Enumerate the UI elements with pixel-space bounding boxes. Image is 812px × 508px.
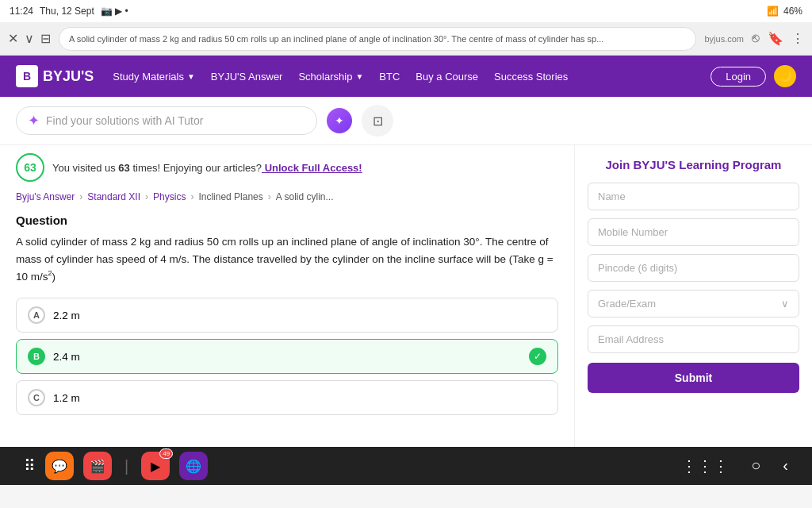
breadcrumb: Byju's Answer › Standard XII › Physics ›… — [16, 191, 558, 202]
scholarship-arrow: ▼ — [355, 72, 363, 81]
option-a-text: 2.2 m — [53, 310, 80, 321]
breadcrumb-item-0[interactable]: Byju's Answer — [16, 191, 75, 202]
site-header: B BYJU'S Study Materials ▼ BYJU'S Answer… — [0, 56, 812, 97]
logo-letter: B — [23, 70, 31, 83]
bookmark-icon[interactable]: 🔖 — [768, 31, 783, 46]
visit-count-badge: 63 — [16, 153, 44, 182]
option-b-checkmark: ✓ — [529, 348, 546, 365]
popcorn-app[interactable]: 🎬 — [83, 452, 112, 480]
unlock-link[interactable]: Unlock Full Access! — [262, 162, 362, 174]
question-label: Question — [16, 214, 558, 227]
grid-icon[interactable]: ⠿ — [24, 456, 36, 475]
option-a-circle: A — [28, 306, 45, 324]
email-input[interactable] — [588, 325, 799, 353]
option-c[interactable]: C 1.2 m — [16, 380, 558, 415]
option-b-text: 2.4 m — [53, 351, 80, 363]
breadcrumb-item-4: A solid cylin... — [276, 191, 334, 202]
option-b-circle: B — [28, 348, 45, 365]
breadcrumb-sep-0: › — [79, 191, 82, 202]
youtube-icon: ▶ — [151, 459, 160, 474]
chevron-down-icon[interactable]: ∨ — [25, 31, 34, 46]
nav-links: Study Materials ▼ BYJU'S Answer Scholars… — [113, 71, 691, 83]
status-icons: 📷 ▶ • — [101, 6, 128, 17]
moon-icon: 🌙 — [779, 70, 792, 83]
join-title: Join BYJU'S Learning Program — [588, 158, 799, 171]
logo-box: B — [16, 65, 38, 87]
scan-icon: ⊡ — [373, 114, 383, 129]
logo[interactable]: B BYJU'S — [16, 65, 94, 87]
mobile-input[interactable] — [588, 218, 799, 246]
search-bar-area: ✦ Find your solutions with AI Tutor ✦ ⊡ — [0, 97, 812, 145]
visit-text: You visited us 63 times! Enjoying our ar… — [52, 162, 362, 174]
menu-icon[interactable]: ⋮⋮⋮ — [681, 456, 729, 475]
option-c-text: 1.2 m — [53, 392, 80, 404]
tabs-icon[interactable]: ⊟ — [40, 31, 51, 46]
search-box[interactable]: ✦ Find your solutions with AI Tutor — [16, 106, 317, 135]
wifi-icon: 📶 — [767, 6, 779, 17]
option-a[interactable]: A 2.2 m — [16, 298, 558, 333]
url-text: A solid cylinder of mass 2 kg and radius… — [69, 34, 686, 44]
close-icon[interactable]: ✕ — [8, 31, 18, 46]
header-right: Login 🌙 — [710, 65, 796, 87]
breadcrumb-item-3: Inclined Planes — [198, 191, 262, 202]
breadcrumb-sep-3: › — [268, 191, 271, 202]
nav-buy-course[interactable]: Buy a Course — [416, 71, 478, 83]
chevron-down-icon: ∨ — [781, 298, 789, 310]
url-bar[interactable]: A solid cylinder of mass 2 kg and radius… — [59, 27, 696, 51]
search-btn-icon: ✦ — [335, 114, 344, 127]
visit-text-before: You visited us — [52, 162, 118, 174]
browser-nav[interactable]: ✕ ∨ ⊟ — [8, 31, 51, 46]
status-left: 11:24 Thu, 12 Sept 📷 ▶ • — [10, 6, 128, 17]
visit-count-text: 63 — [118, 162, 129, 174]
option-c-circle: C — [28, 389, 45, 406]
messenger-app[interactable]: 💬 — [45, 452, 74, 480]
theme-toggle[interactable]: 🌙 — [774, 65, 796, 87]
youtube-badge: 49 — [159, 448, 173, 459]
breadcrumb-item-2[interactable]: Physics — [153, 191, 186, 202]
home-circle-icon[interactable]: ○ — [751, 456, 760, 475]
breadcrumb-item-1[interactable]: Standard XII — [87, 191, 140, 202]
status-bar: 11:24 Thu, 12 Sept 📷 ▶ • 📶 46% — [0, 0, 812, 22]
breadcrumb-sep-1: › — [145, 191, 148, 202]
logo-text: BYJU'S — [43, 68, 94, 85]
bottom-bar: ⠿ 💬 🎬 | ▶ 49 🌐 ⋮⋮⋮ ○ ‹ — [0, 447, 812, 485]
breadcrumb-sep-2: › — [190, 191, 193, 202]
status-time: 11:24 — [10, 6, 33, 17]
visit-text-after: times! Enjoying our articles? — [130, 162, 262, 174]
question-text: A solid cylinder of mass 2 kg and radius… — [16, 233, 558, 285]
battery-text: 46% — [783, 6, 802, 17]
bottom-nav: ⋮⋮⋮ ○ ‹ — [681, 456, 788, 475]
status-date: Thu, 12 Sept — [40, 6, 94, 17]
share-icon[interactable]: ⎋ — [752, 31, 760, 46]
messenger-icon: 💬 — [52, 459, 67, 474]
back-icon[interactable]: ‹ — [783, 456, 788, 475]
name-input[interactable] — [588, 183, 799, 210]
grade-dropdown[interactable]: Grade/Exam ∨ — [588, 290, 799, 318]
study-materials-arrow: ▼ — [187, 72, 195, 81]
world-icon: 🌐 — [186, 459, 201, 474]
visit-banner: 63 You visited us 63 times! Enjoying our… — [16, 153, 558, 182]
search-placeholder: Find your solutions with AI Tutor — [46, 114, 305, 127]
login-button[interactable]: Login — [710, 67, 766, 87]
nav-byjus-answer[interactable]: BYJU'S Answer — [211, 71, 283, 83]
search-button[interactable]: ✦ — [327, 108, 352, 133]
browser-bar: ✕ ∨ ⊟ A solid cylinder of mass 2 kg and … — [0, 22, 812, 56]
browser-actions[interactable]: ⎋ 🔖 ⋮ — [752, 31, 804, 46]
join-panel: Join BYJU'S Learning Program Grade/Exam … — [574, 145, 812, 447]
submit-button[interactable]: Submit — [588, 363, 799, 393]
domain-label: byjus.com — [704, 34, 744, 44]
option-b[interactable]: B 2.4 m ✓ — [16, 339, 558, 374]
nav-btc[interactable]: BTC — [379, 71, 400, 83]
nav-success-stories[interactable]: Success Stories — [494, 71, 568, 83]
scan-button[interactable]: ⊡ — [362, 105, 393, 137]
pincode-input[interactable] — [588, 254, 799, 282]
nav-scholarship[interactable]: Scholarship ▼ — [298, 71, 363, 83]
youtube-app[interactable]: ▶ 49 — [141, 452, 170, 480]
nav-study-materials[interactable]: Study Materials ▼ — [113, 71, 195, 83]
bottom-apps: ⠿ 💬 🎬 | ▶ 49 🌐 — [24, 452, 208, 480]
grade-placeholder: Grade/Exam — [598, 298, 656, 310]
status-right: 📶 46% — [767, 6, 802, 17]
popcorn-icon: 🎬 — [90, 459, 105, 474]
world-app[interactable]: 🌐 — [179, 452, 208, 480]
more-icon[interactable]: ⋮ — [791, 31, 804, 46]
